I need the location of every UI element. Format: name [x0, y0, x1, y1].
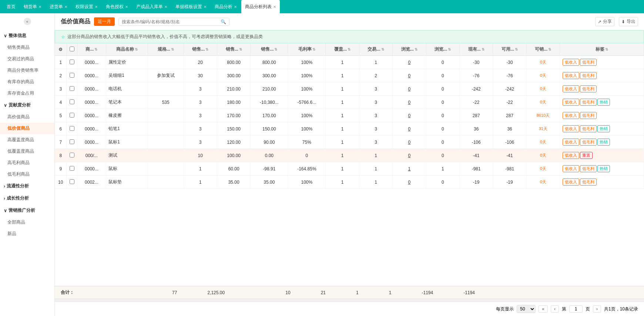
th-stock1[interactable]: 现有...⇅	[459, 43, 493, 56]
search-icon[interactable]: 🔍	[221, 19, 226, 24]
sidebar-item-category-rate[interactable]: 商品分类销售率	[0, 65, 54, 76]
sidebar-item-high-coverage[interactable]: 高覆盖度商品	[0, 134, 54, 146]
row-name[interactable]: 橡皮擦	[106, 109, 148, 122]
nav-template-settings[interactable]: 单据模板设置 ✕	[172, 0, 210, 13]
sidebar-item-traded-goods[interactable]: 交易过的商品	[0, 53, 54, 65]
search-input[interactable]	[122, 19, 218, 24]
nav-product-inbound[interactable]: 产成品入库单 ✕	[133, 0, 171, 13]
sidebar-group-contribution[interactable]: ∨ 贡献度分析	[0, 99, 54, 111]
th-coverage[interactable]: 覆盖...⇅	[326, 43, 359, 56]
th-sales2[interactable]: 销售...⇅	[217, 43, 250, 56]
sidebar-group-marketing[interactable]: ∨ 营销推广分析	[0, 204, 54, 217]
th-trade[interactable]: 交易...⇅	[359, 43, 392, 56]
sidebar-item-stock-capital[interactable]: 库存资金占用	[0, 88, 54, 99]
sidebar-item-low-value[interactable]: 低价值商品	[0, 123, 54, 134]
nav-analysis-close[interactable]: ✕	[234, 5, 237, 9]
nav-analysis-list-close[interactable]: ✕	[273, 5, 276, 9]
row-checkbox[interactable]	[70, 73, 74, 78]
sidebar-item-stock-goods[interactable]: 有库存的商品	[0, 76, 54, 88]
row-num: 6	[55, 122, 67, 136]
footer-trade: 21	[321, 290, 326, 295]
row-name[interactable]: 笔记本	[106, 96, 148, 109]
sidebar-item-high-value[interactable]: 高价值商品	[0, 111, 54, 123]
nav-purchase-order[interactable]: 进货单 ✕	[46, 0, 71, 13]
th-checkbox[interactable]	[67, 43, 77, 56]
row-name[interactable]: 鼠标1	[106, 136, 148, 149]
th-browse2[interactable]: 浏览...⇅	[426, 43, 459, 56]
row-sales2: 35.00	[217, 176, 250, 189]
row-name[interactable]: 测试	[106, 149, 148, 162]
sidebar-group-overall[interactable]: ∨ 整体信息	[0, 30, 54, 42]
row-name[interactable]: 吴细细1	[106, 69, 148, 82]
row-sales1: 10	[184, 149, 217, 162]
row-name[interactable]: 鼠标垫	[106, 176, 148, 189]
row-checkbox[interactable]	[70, 99, 74, 104]
nav-role-close[interactable]: ✕	[125, 5, 128, 9]
sidebar-group-circulation[interactable]: › 流通性分析	[0, 180, 54, 192]
row-gross: 100%	[288, 176, 326, 189]
page-size-select[interactable]: 50 100 200	[517, 305, 536, 313]
sidebar-item-low-margin[interactable]: 低毛利商品	[0, 169, 54, 180]
row-sales3: 0.00	[251, 149, 288, 162]
row-name[interactable]: 铅笔1	[106, 122, 148, 136]
row-name[interactable]: 属性定价	[106, 56, 148, 69]
th-stock2[interactable]: 可用...⇅	[493, 43, 526, 56]
nav-sales-order[interactable]: 销货单 ✕	[20, 0, 45, 13]
th-settings[interactable]: ⚙	[55, 43, 67, 56]
th-name[interactable]: 商品名称⇅	[106, 43, 148, 56]
nav-purchase-close[interactable]: ✕	[64, 5, 67, 9]
row-checkbox-cell	[67, 162, 77, 176]
sidebar-item-sales-goods[interactable]: 销售类商品	[0, 42, 54, 53]
export-button[interactable]: ⬇ 导出	[619, 17, 638, 26]
nav-permission-settings[interactable]: 权限设置 ✕	[72, 0, 101, 13]
row-stock1: -76	[459, 69, 493, 82]
row-name[interactable]: 鼠标	[106, 162, 148, 176]
th-spec[interactable]: 规格...⇅	[148, 43, 184, 56]
row-checkbox[interactable]	[70, 139, 74, 144]
row-browse1: 1	[393, 162, 426, 176]
row-checkbox[interactable]	[70, 126, 74, 131]
page-number-input[interactable]	[569, 305, 583, 313]
sidebar-item-all-goods[interactable]: 全部商品	[0, 217, 54, 228]
th-code[interactable]: 商...⇅	[77, 43, 106, 56]
nav-role-auth[interactable]: 角色授权 ✕	[102, 0, 132, 13]
nav-sales-close[interactable]: ✕	[38, 5, 41, 9]
row-checkbox[interactable]	[70, 153, 74, 157]
sidebar-group-growth[interactable]: › 成长性分析	[0, 192, 54, 204]
sidebar-item-low-coverage[interactable]: 低覆盖度商品	[0, 146, 54, 157]
share-icon: ↗	[598, 19, 601, 24]
row-checkbox[interactable]	[70, 179, 74, 184]
th-sales1[interactable]: 销售...⇅	[184, 43, 217, 56]
row-checkbox[interactable]	[70, 113, 74, 118]
sidebar-collapse-btn[interactable]: «	[24, 18, 31, 25]
th-stock3[interactable]: 可销...⇅	[526, 43, 560, 56]
horizontal-scrollbar[interactable]	[55, 299, 644, 302]
select-all-checkbox[interactable]	[70, 47, 74, 51]
time-filter-button[interactable]: 近一月	[94, 17, 115, 26]
row-code: 0002...	[77, 176, 106, 189]
prev-page-button[interactable]: ‹	[551, 305, 559, 313]
first-page-button[interactable]: «	[539, 305, 548, 313]
sidebar-item-new-goods[interactable]: 新品	[0, 228, 54, 239]
row-checkbox[interactable]	[70, 86, 74, 91]
row-browse2: 0	[426, 69, 459, 82]
th-browse1[interactable]: 浏览...⇅	[393, 43, 426, 56]
row-stock2: -41	[493, 149, 526, 162]
next-page-button[interactable]: ›	[593, 305, 601, 313]
nav-template-close[interactable]: ✕	[204, 5, 207, 9]
th-tags[interactable]: 标签⇅	[560, 43, 644, 56]
th-sales3[interactable]: 销售...⇅	[251, 43, 288, 56]
row-name[interactable]: 电话机	[106, 82, 148, 96]
row-checkbox[interactable]	[70, 166, 74, 171]
table-row: 8000/...测试10100.000.0001100-41-410天低收入重置	[55, 149, 644, 162]
nav-product-close[interactable]: ✕	[164, 5, 167, 9]
nav-product-analysis[interactable]: 商品分析 ✕	[211, 0, 241, 13]
share-button[interactable]: ↗ 分享	[595, 17, 614, 26]
row-checkbox[interactable]	[70, 60, 74, 64]
nav-product-analysis-list[interactable]: 商品分析列表 ✕	[241, 0, 280, 13]
sidebar-item-high-margin[interactable]: 高毛利商品	[0, 157, 54, 169]
nav-home[interactable]: 首页	[3, 0, 19, 13]
th-gross[interactable]: 毛利率⇅	[288, 43, 326, 56]
nav-permission-close[interactable]: ✕	[95, 5, 98, 9]
row-checkbox-cell	[67, 82, 77, 96]
